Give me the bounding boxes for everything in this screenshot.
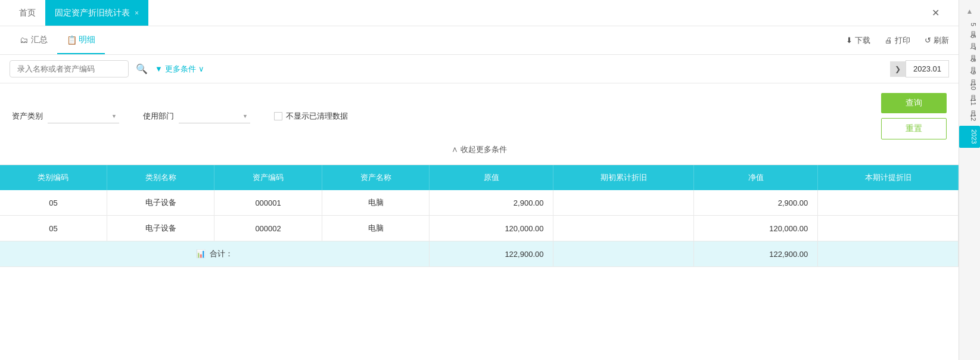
total-icon: 📊 [196,249,206,258]
use-department-select[interactable] [179,109,250,123]
refresh-icon: ↺ [925,36,931,45]
use-department-label: 使用部门 [143,111,174,122]
use-department-filter: 使用部门 [143,109,250,123]
cell-current-depreciation [818,190,959,216]
print-label: 打印 [895,35,910,46]
table-row: 05 电子设备 000002 电脑 120,000.00 120,000.00 [0,216,959,241]
cell-category-code: 05 [0,190,107,216]
window-close-button[interactable]: ✕ [922,7,949,18]
total-current-depreciation [818,241,959,267]
cell-accumulated-depreciation [553,190,694,216]
date-indicator: ❯ 2023.01 [890,60,949,77]
total-original-value: 122,900.00 [430,241,553,267]
refresh-button[interactable]: ↺ 刷新 [925,35,949,46]
tab-summary-label: 汇总 [31,35,48,45]
tab-toolbar: 🗂 汇总 📋 明细 ⬇ 下载 🖨 打印 ↺ 刷新 [0,26,959,55]
sidebar-month-10[interactable]: 10月 [959,79,980,94]
col-header-accumulated-depreciation: 期初累计折旧 [553,165,694,190]
filter-area: 资产类别 使用部门 不显示已清理数据 [0,83,959,165]
tab-detail[interactable]: 📋 明细 [57,26,105,54]
cell-current-depreciation [818,216,959,241]
sidebar-month-11[interactable]: 11月 [959,95,980,109]
right-sidebar: ▲ 5月 6月 7月 8月 9月 10月 11月 12月 2023 [959,0,980,360]
download-button[interactable]: ⬇ 下载 [846,35,870,46]
top-nav: 首页 固定资产折旧统计表 × ✕ [0,0,959,26]
col-header-asset-name: 资产名称 [322,165,429,190]
cell-asset-name: 电脑 [322,190,429,216]
filter-row: 资产类别 使用部门 不显示已清理数据 [12,93,947,139]
cell-net-value: 120,000.00 [694,216,818,241]
asset-category-label: 资产类别 [12,111,43,122]
date-value: 2023.01 [906,60,949,77]
col-header-original-value: 原值 [430,165,553,190]
search-icon[interactable]: 🔍 [136,63,148,75]
table-header-row: 类别编码 类别名称 资产编码 资产名称 原值 期初累计折旧 净值 本期计提折旧 [0,165,959,190]
sidebar-month-9[interactable]: 9月 [959,67,980,78]
sidebar-month-5[interactable]: 5月 [959,19,980,30]
total-label: 合计： [210,249,233,258]
filter-buttons: 查询 重置 [881,93,947,139]
total-row: 📊 合计： 122,900.00 122,900.00 [0,241,959,267]
search-input[interactable] [10,60,129,77]
date-prev-button[interactable]: ❯ [890,61,906,77]
more-conditions-button[interactable]: ▼ 更多条件 ∨ [155,64,204,75]
nav-home[interactable]: 首页 [10,0,45,26]
table-row: 05 电子设备 000001 电脑 2,900.00 2,900.00 [0,190,959,216]
toolbar-actions: ⬇ 下载 🖨 打印 ↺ 刷新 [846,35,949,46]
cell-original-value: 120,000.00 [430,216,553,241]
cell-net-value: 2,900.00 [694,190,818,216]
table-container: 类别编码 类别名称 资产编码 资产名称 原值 期初累计折旧 净值 本期计提折旧 … [0,165,959,360]
table-body: 05 电子设备 000001 电脑 2,900.00 2,900.00 05 电… [0,190,959,267]
chevron-down-icon: ∨ [198,64,204,73]
tab-detail-label: 明细 [79,35,95,45]
asset-category-select-wrapper [48,109,119,123]
download-icon: ⬇ [846,36,853,45]
main-area: 首页 固定资产折旧统计表 × ✕ 🗂 汇总 📋 明细 ⬇ 下载 🖨 打印 [0,0,959,360]
print-button[interactable]: 🖨 打印 [885,35,910,46]
query-button[interactable]: 查询 [881,93,947,113]
cell-category-name: 电子设备 [107,190,214,216]
search-bar: 🔍 ▼ 更多条件 ∨ ❯ 2023.01 [0,55,959,83]
cell-asset-name: 电脑 [322,216,429,241]
print-icon: 🖨 [885,36,892,45]
sidebar-month-8[interactable]: 8月 [959,55,980,66]
col-header-net-value: 净值 [694,165,818,190]
asset-category-filter: 资产类别 [12,109,119,123]
more-conditions-label: 更多条件 [165,64,196,75]
sidebar-month-6[interactable]: 6月 [959,31,980,42]
col-header-category-name: 类别名称 [107,165,214,190]
sidebar-year-2023[interactable]: 2023 [959,126,980,147]
detail-icon: 📋 [67,35,76,45]
cell-original-value: 2,900.00 [430,190,553,216]
tab-summary[interactable]: 🗂 汇总 [10,26,57,54]
tab-close-button[interactable]: × [135,9,139,17]
cell-accumulated-depreciation [553,216,694,241]
filter-icon: ▼ [155,64,163,73]
sidebar-month-7[interactable]: 7月 [959,43,980,54]
total-accumulated-depreciation [553,241,694,267]
total-label-cell: 📊 合计： [0,241,430,267]
col-header-category-code: 类别编码 [0,165,107,190]
chevron-up-icon: ∧ [452,145,461,154]
hide-cleared-checkbox-item[interactable]: 不显示已清理数据 [274,111,348,122]
data-table: 类别编码 类别名称 资产编码 资产名称 原值 期初累计折旧 净值 本期计提折旧 … [0,165,959,267]
reset-button[interactable]: 重置 [881,118,947,139]
cell-asset-code: 000001 [214,190,322,216]
refresh-label: 刷新 [934,35,949,46]
hide-cleared-checkbox[interactable] [274,112,282,120]
col-header-asset-code: 资产编码 [214,165,322,190]
cell-category-code: 05 [0,216,107,241]
nav-tab-active[interactable]: 固定资产折旧统计表 × [45,0,148,26]
cell-category-name: 电子设备 [107,216,214,241]
total-net-value: 122,900.00 [694,241,818,267]
col-header-current-depreciation: 本期计提折旧 [818,165,959,190]
cell-asset-code: 000002 [214,216,322,241]
sidebar-month-12[interactable]: 12月 [959,110,980,125]
hide-cleared-label: 不显示已清理数据 [286,111,348,122]
download-label: 下载 [855,35,870,46]
tab-title: 固定资产折旧统计表 [55,8,130,18]
asset-category-select[interactable] [48,109,119,123]
collapse-label: 收起更多条件 [461,145,507,154]
collapse-conditions-button[interactable]: ∧ 收起更多条件 [12,139,947,160]
sidebar-nav-up[interactable]: ▲ [959,5,980,18]
